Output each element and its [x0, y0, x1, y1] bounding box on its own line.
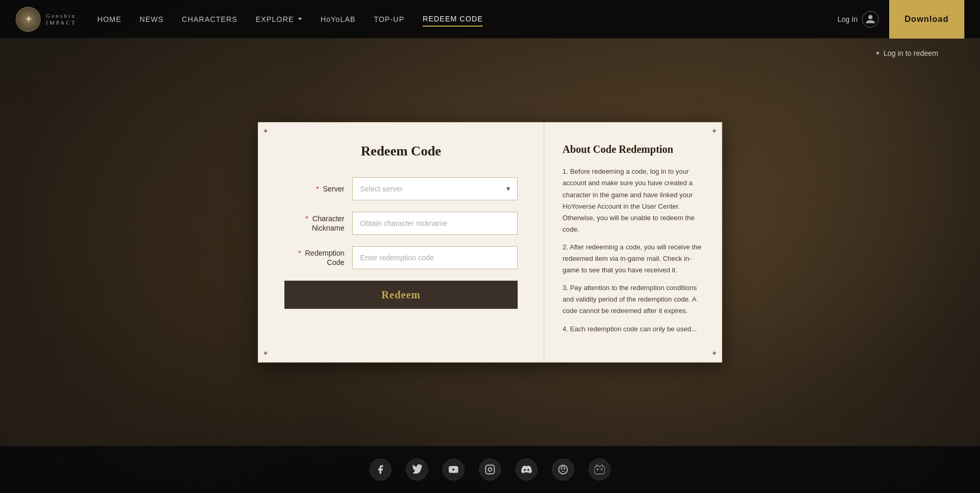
- redemption-code-group: * RedemptionCode: [284, 246, 518, 269]
- character-nickname-group: * CharacterNickname: [284, 212, 518, 235]
- modal-left-panel: Redeem Code * Server Select server Asia …: [258, 123, 544, 362]
- character-nickname-input[interactable]: [352, 212, 518, 235]
- social-youtube[interactable]: [443, 459, 464, 480]
- download-button[interactable]: Download: [889, 0, 964, 39]
- hero-section: Log in to redeem ✦ ✦ Redeem Code * Serve…: [0, 39, 980, 446]
- corner-decoration-bl: ✦: [262, 349, 269, 358]
- navbar: ✦ Genshin IMPACT HOME NEWS CHARACTERS EX…: [0, 0, 980, 39]
- about-para-1: 1. Before redeeming a code, log in to yo…: [563, 166, 703, 235]
- log-in-redeem-hint[interactable]: Log in to redeem: [875, 49, 938, 57]
- svg-rect-0: [486, 465, 495, 474]
- nav-news[interactable]: NEWS: [140, 13, 164, 26]
- user-icon: [862, 11, 879, 28]
- social-reddit[interactable]: [552, 459, 574, 480]
- social-facebook[interactable]: [369, 459, 391, 480]
- required-star-redemption: *: [298, 249, 301, 257]
- login-label: Log In: [838, 15, 858, 23]
- server-field-group: * Server Select server Asia Europe Ameri…: [284, 177, 518, 200]
- required-star-character: *: [305, 214, 308, 223]
- about-para-4: 4. Each redemption code can only be used…: [563, 323, 703, 335]
- about-para-3: 3. Pay attention to the redemption condi…: [563, 282, 703, 317]
- about-para-2: 2. After redeeming a code, you will rece…: [563, 242, 703, 276]
- corner-decoration-br: ✦: [711, 349, 718, 358]
- nav-home[interactable]: HOME: [98, 13, 122, 26]
- server-label: * Server: [284, 184, 352, 194]
- server-select[interactable]: Select server Asia Europe America SAR: [352, 177, 518, 200]
- nav-explore[interactable]: EXPLORE: [256, 13, 302, 26]
- nav-characters[interactable]: CHARACTERS: [182, 13, 237, 26]
- required-star-server: *: [316, 185, 318, 193]
- social-twitter[interactable]: [406, 459, 428, 480]
- nav-right: Log In Download: [838, 0, 964, 39]
- modal-title: Redeem Code: [284, 143, 518, 159]
- nav-links: HOME NEWS CHARACTERS EXPLORE HoYoLAB TOP…: [98, 12, 838, 27]
- social-discord[interactable]: [516, 459, 537, 480]
- logo-icon: ✦: [16, 7, 41, 32]
- nav-redeem-code[interactable]: REDEEM CODE: [423, 12, 483, 27]
- logo-text: Genshin IMPACT: [46, 13, 77, 25]
- login-button[interactable]: Log In: [838, 11, 879, 28]
- social-bilibili[interactable]: [589, 459, 611, 480]
- redeem-button[interactable]: Redeem: [284, 281, 518, 309]
- nav-top-up[interactable]: TOP-UP: [374, 13, 404, 26]
- redemption-code-input[interactable]: [352, 246, 518, 269]
- about-title: About Code Redemption: [563, 143, 703, 155]
- redemption-label: * RedemptionCode: [284, 248, 352, 267]
- redeem-modal: ✦ ✦ Redeem Code * Server Select server A…: [258, 122, 722, 362]
- modal-right-panel: About Code Redemption 1. Before redeemin…: [544, 123, 722, 362]
- social-instagram[interactable]: [479, 459, 501, 480]
- character-label: * CharacterNickname: [284, 214, 352, 233]
- nav-hoyolab[interactable]: HoYoLAB: [320, 13, 355, 26]
- about-text: 1. Before redeeming a code, log in to yo…: [563, 166, 703, 334]
- server-select-wrapper: Select server Asia Europe America SAR ▼: [352, 177, 518, 200]
- explore-dropdown-icon: [298, 18, 302, 20]
- footer: [0, 446, 980, 493]
- logo[interactable]: ✦ Genshin IMPACT: [16, 7, 77, 32]
